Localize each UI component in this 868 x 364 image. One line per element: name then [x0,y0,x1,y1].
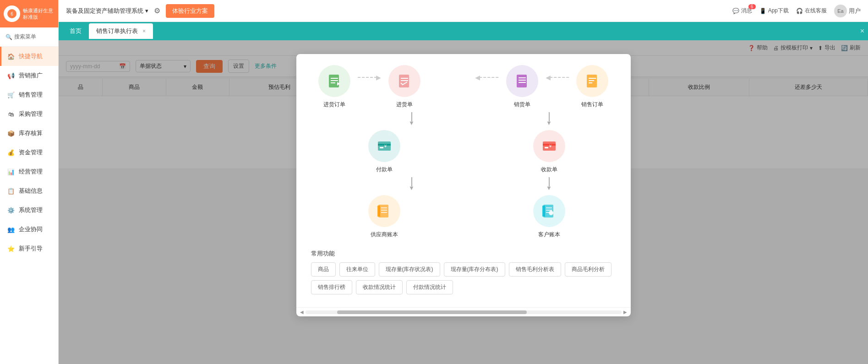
sidebar-item-basic[interactable]: 📋 基础信息 [0,181,58,201]
sidebar-item-finance[interactable]: 💰 资金管理 [0,143,58,162]
logo-icon: 6 [4,5,20,22]
purchase-order-label: 进货订单 [323,101,345,109]
func-btn-sales-rank[interactable]: 销售排行榜 [311,280,352,294]
tab-close-icon[interactable]: × [142,28,146,34]
page-content: ❓ 帮助 🖨 按模板打印 ▾ ⬆ 导出 🔄 刷新 [59,40,868,364]
supplier-ledger-icon [368,195,400,227]
download-icon: 📱 [759,8,766,14]
common-funcs-title: 常用功能 [311,250,616,258]
logo-subtitle: 标准版 [23,14,53,20]
customer-ledger-label: 客户账本 [538,231,560,239]
supplier-ledger-label: 供应商账本 [371,231,398,239]
flow-row-3: 供应商账本 [311,195,616,239]
nav-label-finance: 资金管理 [19,148,43,157]
sidebar-item-quick-nav[interactable]: 🏠 快捷导航 [0,47,58,66]
money-icon: 💰 [7,148,15,157]
customer-ledger-icon [533,195,565,227]
modal-overlay[interactable]: 进货订单 ▶ [59,40,868,364]
sales-bill-label: 销货单 [514,101,530,109]
nav-label-sales: 销售管理 [19,91,43,99]
gear-icon: ⚙️ [7,206,15,214]
online-service-button[interactable]: 🎧 在线客服 [796,7,827,15]
system-name: 装备及固定资产辅助管理系统 [66,7,143,15]
func-btn-product-profit[interactable]: 商品毛利分析 [565,262,611,277]
func-btn-receipt-stats[interactable]: 收款情况统计 [356,280,403,294]
sidebar-item-purchase[interactable]: 🛍 采购管理 [0,104,58,124]
sales-order-icon [576,65,608,97]
box-icon: 📦 [7,129,15,137]
sidebar-item-inventory[interactable]: 📦 库存核算 [0,124,58,143]
arrow-down-sales: ▼ [522,112,577,126]
logo-name: 畅康通好生意 [23,7,53,14]
flow-node-customer-ledger: 客户账本 [522,195,577,239]
sidebar-item-marketing[interactable]: 📢 营销推广 [0,66,58,85]
sidebar-item-system[interactable]: ⚙️ 系统管理 [0,201,58,220]
modal-scrollbar: ◀ ▶ [296,307,631,316]
flow-node-purchase-order: 进货订单 [311,65,357,109]
func-btn-payment-stats[interactable]: 付款情况统计 [406,280,453,294]
user-menu[interactable]: Ea 用户 [834,5,861,17]
flow-diagram: 进货订单 ▶ [311,65,616,239]
topbar-right: 💬 消息 6 📱 App下载 🎧 在线客服 Ea 用户 [732,5,861,17]
home-icon: 🏠 [7,52,15,60]
sales-bill-icon [506,65,538,97]
nav-label-basic: 基础信息 [19,187,43,195]
flow-row-2: ¥ 付款单 [311,130,616,174]
sidebar-item-sales[interactable]: 🛒 销售管理 [0,85,58,104]
message-icon: 💬 [732,8,739,14]
func-buttons-row1: 商品 往来单位 现存量(库存状况表) 现存量(库存分布表) 销售毛利分析表 商品… [311,262,616,277]
purchase-bill-label: 进货单 [396,101,413,109]
close-all-tabs[interactable]: × [860,27,864,35]
tab-sales-order-exec[interactable]: 销售订单执行表 × [89,23,153,39]
arrow-purchase-order-to-bill: ▶ [358,74,381,81]
flow-row-arrows: ▼ ▼ [311,112,616,126]
svg-rect-26 [377,206,380,217]
nav-label-marketing: 营销推广 [19,71,43,80]
svg-text:6: 6 [11,11,13,16]
common-funcs: 常用功能 商品 往来单位 现存量(库存状况表) 现存量(库存分布表) 销售毛利分… [311,250,616,294]
nav-label-system: 系统管理 [19,206,43,214]
sidebar-item-guide[interactable]: ⭐ 新手引导 [0,239,58,258]
flow-row-1: 进货订单 ▶ [311,65,616,109]
tab-home-label: 首页 [70,27,82,35]
app-download-button[interactable]: 📱 App下载 [759,7,789,15]
scrollbar-right-arrow[interactable]: ▶ [623,310,627,315]
tab-home[interactable]: 首页 [62,23,89,39]
svg-rect-19 [380,147,383,148]
func-btn-partners[interactable]: 往来单位 [339,262,375,277]
trial-button[interactable]: 体验行业方案 [166,4,214,18]
func-btn-stock-dist[interactable]: 现存量(库存分布表) [444,262,505,277]
func-btn-sales-profit[interactable]: 销售毛利分析表 [509,262,561,277]
message-button[interactable]: 💬 消息 6 [732,7,752,15]
star-icon: ⭐ [7,244,15,253]
flow-row-arrows2: ▼ ▼ [311,177,616,191]
flow-node-payment: ¥ 付款单 [357,130,412,174]
sidebar-logo: 6 畅康通好生意 标准版 [0,0,58,27]
system-selector[interactable]: 装备及固定资产辅助管理系统 ▾ [66,7,148,15]
modal-content: 进货订单 ▶ [296,54,631,307]
settings-icon[interactable]: ⚙ [154,6,160,15]
service-icon: 🎧 [796,8,803,14]
arrow-down-receipt: ▼ [522,177,577,191]
megaphone-icon: 📢 [7,71,15,80]
sidebar-item-operation[interactable]: 📊 经营管理 [0,162,58,181]
func-btn-stock-status[interactable]: 现存量(库存状况表) [379,262,440,277]
receipt-label: 收款单 [541,166,557,174]
online-service-label: 在线客服 [805,7,827,15]
sidebar-search-area: 🔍 搜索菜单 [0,27,58,47]
search-menu-button[interactable]: 🔍 搜索菜单 [4,31,55,43]
func-btn-product[interactable]: 商品 [311,262,336,277]
arrow-down-purchase: ▼ [384,112,439,126]
flow-node-supplier-ledger: 供应商账本 [357,195,412,239]
flow-modal: 进货订单 ▶ [296,54,631,316]
nav-label-operation: 经营管理 [19,168,43,176]
svg-rect-9 [517,75,527,87]
nav-label-enterprise: 企业协同 [19,225,43,234]
sidebar-item-enterprise[interactable]: 👥 企业协同 [0,220,58,239]
search-menu-label: 搜索菜单 [14,33,36,41]
scrollbar-left-arrow[interactable]: ◀ [300,310,304,315]
scrollbar-thumb[interactable] [337,310,527,314]
topbar: 装备及固定资产辅助管理系统 ▾ ⚙ 体验行业方案 💬 消息 6 📱 App下载 … [59,0,868,22]
flow-node-sales-bill: 销货单 [498,65,545,109]
people-icon: 👥 [7,225,15,234]
